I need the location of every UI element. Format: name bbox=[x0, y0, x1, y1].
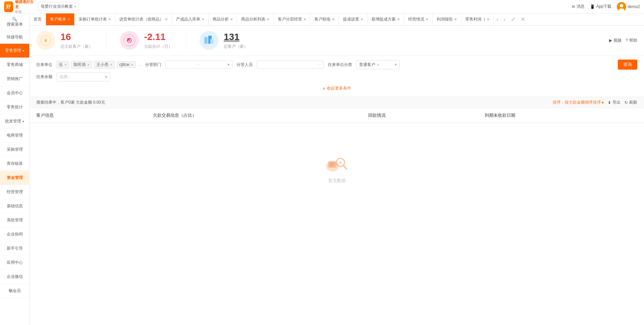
inner-page: ¥ 16 总欠款客户（家） bbox=[30, 26, 644, 325]
sidebar-item-operation-mgmt[interactable]: 经营管理 bbox=[0, 185, 29, 199]
sidebar-quick-nav[interactable]: 快捷导航 bbox=[0, 31, 29, 44]
filter-dept-label: 分管部门 bbox=[145, 62, 161, 68]
stat-total-debt: -2.11 欠款合计（万） bbox=[120, 31, 186, 50]
sidebar-item-enterprise-wechat[interactable]: 企业微信 bbox=[0, 270, 29, 284]
video-btn[interactable]: ▶ 视频 bbox=[609, 38, 621, 43]
table-header-row: 客户信息 欠款交易信息（占比） 回款情况 到期未收款日期 bbox=[30, 108, 644, 123]
top-right-actions: ✉ 消息 📱 App下载 demo2 bbox=[572, 2, 640, 11]
export-btn[interactable]: ⬇ 导出 bbox=[608, 100, 620, 105]
remove-tag-1[interactable]: ✕ bbox=[87, 63, 90, 67]
collapse-filter-btn[interactable]: ∧ 收起更多条件 bbox=[36, 84, 637, 93]
sidebar-item-marketing[interactable]: 营销推广 bbox=[0, 72, 29, 86]
sort-select[interactable]: 排序：按欠款金额倒序排序 ▾ bbox=[553, 100, 604, 105]
tab-product-inbound[interactable]: 产成品入库单 ✕ bbox=[172, 13, 209, 25]
tab-purchase-order[interactable]: 采购订单统计表 ✕ bbox=[75, 13, 115, 25]
tab-customer-contact[interactable]: 客户联络 ✕ bbox=[310, 13, 339, 25]
close-tab-retail-profit[interactable]: ✕ bbox=[487, 17, 489, 21]
close-tab-customer-contact[interactable]: ✕ bbox=[332, 17, 335, 21]
tab-inbound-stat[interactable]: 进货单统计表（按商品） ✕ bbox=[115, 13, 172, 25]
tab-account[interactable]: 客户账本 ✕ bbox=[46, 13, 75, 25]
tab-expand-btn[interactable]: ⤢ bbox=[508, 13, 518, 25]
sidebar-item-new-guide[interactable]: 新手引导 bbox=[0, 242, 29, 256]
close-tab-profit-report[interactable]: ✕ bbox=[454, 17, 457, 21]
sidebar-item-inventory[interactable]: 库存核算 bbox=[0, 157, 29, 171]
sidebar-item-member-center[interactable]: 会员中心 bbox=[0, 86, 29, 100]
sidebar-item-retail-mall[interactable]: 零售商城 bbox=[0, 58, 29, 72]
app-download-btn[interactable]: 📱 App下载 bbox=[590, 4, 611, 9]
sidebar-item-app-center[interactable]: 应用中心 bbox=[0, 256, 29, 270]
help-btn[interactable]: ? 帮助 bbox=[626, 38, 637, 43]
filter-unit-cat-label: 往来单位分类 bbox=[328, 62, 352, 68]
tab-profit-report[interactable]: 利润报告 ✕ bbox=[433, 13, 461, 25]
message-btn[interactable]: ✉ 消息 bbox=[572, 4, 585, 9]
tab-promotion-settings[interactable]: 提成设置 ✕ bbox=[339, 13, 368, 25]
tab-prev-btn[interactable]: ‹ bbox=[494, 13, 501, 25]
tab-customer-tier[interactable]: 客户分层经营 ✕ bbox=[274, 13, 310, 25]
svg-rect-7 bbox=[204, 37, 208, 44]
stats-right-actions: ▶ 视频 ? 帮助 bbox=[609, 31, 637, 50]
person-select[interactable]: ··· bbox=[257, 61, 324, 69]
tab-close-all-btn[interactable]: ✕ bbox=[518, 13, 528, 25]
sidebar-item-vip-member[interactable]: 畅会员 bbox=[0, 284, 29, 298]
tab-home[interactable]: 首页 bbox=[30, 13, 46, 25]
close-tab-promotion-settings[interactable]: ✕ bbox=[360, 17, 363, 21]
result-summary: 搜索结果中，客户0家 欠款金额 0.00元 bbox=[36, 100, 105, 105]
stat-values-debt: -2.11 欠款合计（万） bbox=[144, 32, 172, 49]
sidebar-search[interactable]: 🔍 搜索菜单 bbox=[0, 13, 29, 31]
logo-text: 畅捷通好生意 标版 bbox=[15, 0, 34, 14]
query-button[interactable]: 查询 bbox=[618, 60, 637, 70]
logo-icon: 好 bbox=[4, 1, 13, 12]
close-tab-purchase-order[interactable]: ✕ bbox=[108, 17, 111, 21]
remove-unit-cat[interactable]: ✕ bbox=[377, 63, 379, 67]
sidebar-item-batch-mgmt[interactable]: 批发管理 ▾ bbox=[0, 114, 29, 129]
sidebar-item-retail-mgmt[interactable]: 零售管理 ▾ bbox=[0, 44, 29, 58]
filter-tag-1: 陈民强 ✕ bbox=[71, 61, 92, 69]
remove-tag-3[interactable]: ✕ bbox=[131, 63, 133, 67]
sidebar-item-retail-stats[interactable]: 零售统计 bbox=[0, 100, 29, 114]
close-tab-product-inbound[interactable]: ✕ bbox=[202, 17, 204, 21]
refresh-icon: ↻ bbox=[625, 100, 628, 105]
tab-new-promotion[interactable]: 新增提成方案 ✕ bbox=[368, 13, 404, 25]
more-tags-btn[interactable]: ... bbox=[138, 62, 141, 67]
dept-select[interactable]: ··· ▾ bbox=[165, 61, 232, 69]
tab-retail-profit[interactable]: 零售利润（ ✕ bbox=[461, 13, 494, 25]
refresh-btn[interactable]: ↻ 刷新 bbox=[625, 100, 637, 105]
remove-tag-2[interactable]: ✕ bbox=[110, 63, 113, 67]
col-debt-info: 欠款交易信息（占比） bbox=[146, 108, 361, 123]
remain-select[interactable]: 选择... ▾ bbox=[56, 72, 110, 81]
close-tab-account[interactable]: ✕ bbox=[68, 17, 70, 21]
user-avatar-btn[interactable]: demo2 bbox=[617, 2, 640, 11]
logo: 好 畅捷通好生意 标版 bbox=[4, 0, 34, 14]
sidebar-item-enterprise-coop[interactable]: 企业协同 bbox=[0, 227, 29, 242]
sidebar-item-purchase-mgmt[interactable]: 采购管理 bbox=[0, 143, 29, 157]
top-bar: 好 畅捷通好生意 标版 母婴行业演示帐套 ▾ ✉ 消息 📱 App下载 demo… bbox=[0, 0, 644, 13]
close-tab-goods-analysis[interactable]: ✕ bbox=[230, 17, 233, 21]
tab-goods-analysis[interactable]: 商品分析 ✕ bbox=[209, 13, 237, 25]
close-tab-operation[interactable]: ✕ bbox=[426, 17, 428, 21]
remove-tag-0[interactable]: ✕ bbox=[64, 63, 67, 67]
tab-bar: 首页 客户账本 ✕ 采购订单统计表 ✕ 进货单统计表（按商品） ✕ 产成品入库单… bbox=[30, 13, 644, 26]
search-icon: 🔍 bbox=[12, 17, 17, 22]
data-table: 客户信息 欠款交易信息（占比） 回款情况 到期未收款日期 bbox=[30, 108, 644, 211]
account-selector[interactable]: 母婴行业演示帐套 ▾ bbox=[38, 2, 79, 11]
svg-rect-9 bbox=[210, 39, 214, 44]
chevron-up-icon: ∧ bbox=[323, 86, 326, 91]
sidebar-item-finance-mgmt[interactable]: 资金管理 bbox=[0, 171, 29, 185]
sidebar-item-ecommerce-mgmt[interactable]: 电商管理 bbox=[0, 129, 29, 143]
stat-icon-customers: ¥ bbox=[36, 31, 55, 50]
close-tab-goods-analysis-list[interactable]: ✕ bbox=[267, 17, 269, 21]
close-tab-customer-tier[interactable]: ✕ bbox=[303, 17, 306, 21]
close-tab-inbound-stat[interactable]: ✕ bbox=[165, 17, 168, 21]
result-bar: 搜索结果中，客户0家 欠款金额 0.00元 排序：按欠款金额倒序排序 ▾ ⬇ 导… bbox=[30, 97, 644, 108]
sidebar: 🔍 搜索菜单 快捷导航 零售管理 ▾ 零售商城 营销推广 会员中心 零售统计 批… bbox=[0, 13, 30, 325]
tab-next-btn[interactable]: › bbox=[501, 13, 508, 25]
chevron-down-icon-remain: ▾ bbox=[105, 75, 107, 79]
tab-operation[interactable]: 经营情况 ✕ bbox=[404, 13, 433, 25]
sidebar-item-basic-info[interactable]: 基础信息 bbox=[0, 199, 29, 213]
message-icon: ✉ bbox=[572, 4, 575, 9]
close-tab-new-promotion[interactable]: ✕ bbox=[397, 17, 400, 21]
unit-category-select[interactable]: 普通客户 ✕ ▾ bbox=[356, 60, 400, 69]
content-area: 首页 客户账本 ✕ 采购订单统计表 ✕ 进货单统计表（按商品） ✕ 产成品入库单… bbox=[30, 13, 644, 325]
tab-goods-analysis-list[interactable]: 商品分析列表 ✕ bbox=[237, 13, 274, 25]
sidebar-item-system-mgmt[interactable]: 系统管理 bbox=[0, 213, 29, 227]
